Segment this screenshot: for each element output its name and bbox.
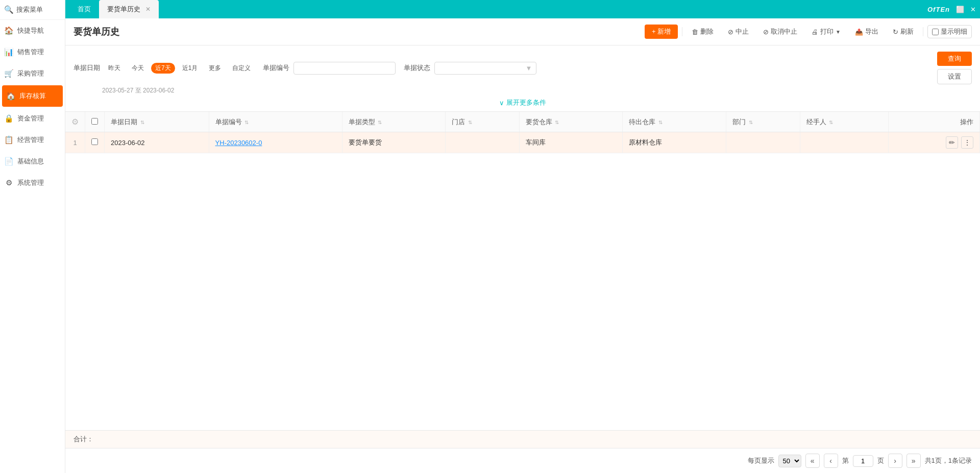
next-btn[interactable]: › [888,454,902,468]
refresh-button[interactable]: ↻ 刷新 [888,25,919,39]
tab-home-label: 首页 [78,5,91,14]
sort-icon-no[interactable]: ⇅ [244,120,249,125]
select-all-checkbox[interactable] [91,118,98,125]
content-area: 要货单历史 + 新增 🗑 删除 ⊘ 中止 ⊘ 取消中止 [65,18,980,473]
date-filter-label: 单据日期 [74,63,100,73]
sidebar-item-finance[interactable]: 🔒 资金管理 [0,108,65,129]
new-button[interactable]: + 新增 [645,25,678,39]
row-store [446,132,519,153]
sidebar-item-operation[interactable]: 📋 经营管理 [0,129,65,151]
sidebar-item-inventory[interactable]: 🏠 库存核算 [2,85,63,107]
date-btn-more[interactable]: 更多 [205,63,225,74]
sidebar-item-system[interactable]: ⚙ 系统管理 [0,172,65,194]
filter-area: 单据日期 昨天 今天 近7天 近1月 更多 自定义 单据编号 [65,45,980,112]
row-req-warehouse: 车间库 [519,132,623,153]
refresh-icon: ↻ [893,28,898,36]
query-button[interactable]: 查询 [937,52,972,66]
delete-icon: 🗑 [692,28,698,36]
sort-icon-date[interactable]: ⇅ [140,120,144,125]
date-btn-last7[interactable]: 近7天 [151,63,175,74]
status-label: 单据状态 [404,63,430,73]
col-dept: 部门 ⇅ [726,112,800,132]
sort-icon-store[interactable]: ⇅ [468,120,472,125]
row-pending-warehouse: 原材料仓库 [623,132,726,153]
cancel-stop-label: 取消中止 [771,27,797,36]
settings-button[interactable]: 设置 [937,69,972,84]
print-button[interactable]: 🖨 打印 ▼ [806,25,846,39]
export-icon: 📤 [855,28,863,36]
status-input[interactable] [439,64,525,72]
stop-icon: ⊘ [728,28,733,36]
order-no-label: 单据编号 [263,63,289,73]
tab-requisition-history[interactable]: 要货单历史 ✕ [99,0,159,18]
table-row: 1 2023-06-02 YH-20230602-0 要货单要货 车间库 原材料… [65,132,980,153]
prev-btn[interactable]: ‹ [824,454,838,468]
sidebar-item-sales[interactable]: 📊 销售管理 [0,41,65,63]
sidebar-item-purchase[interactable]: 🛒 采购管理 [0,63,65,84]
sidebar-item-quick-nav[interactable]: 🏠 快捷导航 [0,20,65,41]
stop-button[interactable]: ⊘ 中止 [723,25,754,39]
col-req-warehouse: 要货仓库 ⇅ [519,112,623,132]
settings-col: ⚙ [65,112,85,132]
close-btn[interactable]: ✕ [970,6,976,13]
home-icon: 🏠 [4,26,13,35]
display-detail-label: 显示明细 [941,27,967,36]
lock-icon: 🔒 [4,114,13,123]
prev-prev-btn[interactable]: « [805,454,820,468]
expand-filter-button[interactable]: ∨ 展开更多条件 [74,98,972,107]
date-btn-last1month[interactable]: 近1月 [178,63,202,74]
row-date: 2023-06-02 [105,132,209,153]
current-page-input[interactable] [853,455,873,467]
more-op-icon[interactable]: ⋮ [961,136,973,149]
date-btn-today[interactable]: 今天 [128,63,148,74]
restore-btn[interactable]: ⬜ [956,6,964,13]
date-btn-custom[interactable]: 自定义 [228,63,255,74]
display-detail-button[interactable]: 显示明细 [927,25,972,38]
sort-icon-req-warehouse[interactable]: ⇅ [555,120,559,125]
sort-icon-pending-warehouse[interactable]: ⇅ [658,120,663,125]
tab-requisition-label: 要货单历史 [107,5,140,14]
filter-row-1: 单据日期 昨天 今天 近7天 近1月 更多 自定义 单据编号 [74,52,972,84]
row-type: 要货单要货 [342,132,446,153]
sidebar-search[interactable]: 🔍 搜索菜单 [0,0,65,20]
sidebar-item-basic[interactable]: 📄 基础信息 [0,151,65,172]
new-label: + 新增 [652,27,671,36]
row-checkbox[interactable] [91,138,98,145]
sidebar-search-label: 搜索菜单 [16,5,43,14]
order-no-filter: 单据编号 [263,62,396,75]
sort-icon-handler[interactable]: ⇅ [829,120,833,125]
total-info: 共1页，1条记录 [925,456,972,465]
row-index: 1 [65,132,85,153]
checkbox-col-header [85,112,105,132]
refresh-label: 刷新 [900,27,914,36]
page-size-select[interactable]: 50 [778,455,801,467]
export-button[interactable]: 📤 导出 [850,25,884,39]
table-footer: 合计： [65,430,980,448]
sidebar-item-label: 库存核算 [19,91,46,101]
sort-icon-type[interactable]: ⇅ [378,120,382,125]
date-btn-yesterday[interactable]: 昨天 [104,63,125,74]
row-no-link[interactable]: YH-20230602-0 [215,139,262,147]
row-checkbox-cell [85,132,105,153]
tab-home[interactable]: 首页 [69,0,99,18]
chevron-down-icon: ∨ [499,99,504,107]
col-type: 单据类型 ⇅ [342,112,446,132]
col-no: 单据编号 ⇅ [209,112,342,132]
cancel-stop-button[interactable]: ⊘ 取消中止 [758,25,802,39]
page-size-label: 每页显示 [748,456,774,465]
chart-icon: 📊 [4,48,13,57]
sort-icon-dept[interactable]: ⇅ [749,120,753,125]
display-detail-checkbox[interactable] [932,29,939,35]
expand-label: 展开更多条件 [506,98,546,107]
next-next-btn[interactable]: » [906,454,921,468]
table-settings-icon[interactable]: ⚙ [71,117,79,126]
order-no-input[interactable] [293,62,396,75]
export-label: 导出 [865,27,878,36]
row-no: YH-20230602-0 [209,132,342,153]
status-select[interactable]: ▼ [434,62,536,75]
edit-op-icon[interactable]: ✏ [946,136,958,149]
sidebar-item-label: 采购管理 [17,69,44,78]
tab-close-icon[interactable]: ✕ [145,6,151,13]
delete-button[interactable]: 🗑 删除 [687,25,719,39]
print-icon: 🖨 [812,28,818,36]
